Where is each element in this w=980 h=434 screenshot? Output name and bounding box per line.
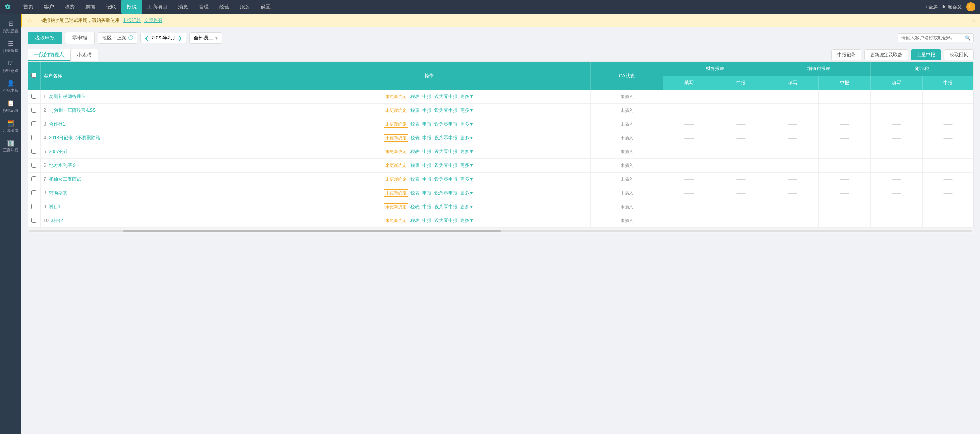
op-set-zero[interactable]: 设为零申报 [434,190,457,196]
nav-message[interactable]: 消息 [173,0,193,14]
op-more[interactable]: 更多▼ [460,108,474,113]
tab-small-scale[interactable]: 小规模 [70,49,98,61]
search-input[interactable] [901,35,962,41]
sidebar-item-tax-settings[interactable]: ⊞ 报税设置 [0,17,21,37]
buy-now-link[interactable]: 立即购买 [144,17,162,24]
retrieve-btn[interactable]: 收取回执 [944,49,974,60]
banner-close-icon[interactable]: ✕ [971,18,975,23]
nav-account[interactable]: 记账 [101,0,121,14]
op-tax-table[interactable]: 税表 [410,204,420,209]
nav-invoice[interactable]: 票据 [80,0,101,14]
department-selector[interactable]: 全部员工 ▾ [189,32,222,44]
sidebar-item-personal-tax[interactable]: 👤 个税申报 [0,77,21,96]
op-more[interactable]: 更多▼ [460,121,474,127]
scroll-bar[interactable] [28,228,974,233]
op-more[interactable]: 更多▼ [460,176,474,182]
nav-tax[interactable]: 报税 [121,0,142,14]
row-checkbox-7[interactable] [31,190,36,195]
row-client-name[interactable]: 杨仙女工资商试 [49,176,81,182]
nav-service[interactable]: 服务 [235,0,255,14]
prev-month-arrow[interactable]: ❮ [145,35,149,41]
row-checkbox-2[interactable] [31,121,36,126]
op-set-zero[interactable]: 设为零申报 [434,204,457,209]
op-set-zero[interactable]: 设为零申报 [434,218,457,223]
op-tax-table[interactable]: 税表 [410,94,420,99]
op-tax-table[interactable]: 税表 [410,135,420,140]
op-submit[interactable]: 申报 [422,149,431,154]
sidebar-item-tax-overview[interactable]: ☑ 报税总览 [0,57,21,77]
op-tax-table[interactable]: 税表 [410,163,420,168]
op-tax-table[interactable]: 税表 [410,108,420,113]
op-more[interactable]: 更多▼ [460,163,474,168]
nav-home[interactable]: 首页 [18,0,39,14]
op-more[interactable]: 更多▼ [460,149,474,154]
row-checkbox-3[interactable] [31,135,36,140]
op-more[interactable]: 更多▼ [460,204,474,209]
batch-submit-btn[interactable]: 批量申报 [911,49,941,60]
op-set-zero[interactable]: 设为零申报 [434,108,457,113]
sidebar-item-settlement[interactable]: 🧮 汇算清缴 [0,116,21,136]
sidebar-item-annual-report[interactable]: 🏢 工商年报 [0,136,21,156]
nav-client[interactable]: 客户 [39,0,59,14]
op-tax-table[interactable]: 税表 [410,190,420,196]
op-tax-table[interactable]: 税表 [410,176,420,182]
nav-settings[interactable]: 设置 [255,0,276,14]
search-icon[interactable]: 🔍 [965,35,970,41]
op-submit[interactable]: 申报 [422,204,431,209]
op-tax-table[interactable]: 税表 [410,149,420,154]
row-checkbox-5[interactable] [31,163,36,168]
op-more[interactable]: 更多▼ [460,190,474,196]
op-set-zero[interactable]: 设为零申报 [434,149,457,154]
record-btn[interactable]: 申报记录 [831,49,861,60]
row-checkbox-0[interactable] [31,94,36,99]
op-more[interactable]: 更多▼ [460,218,474,223]
row-checkbox-9[interactable] [31,218,36,223]
op-tax-table[interactable]: 税表 [410,121,420,127]
op-set-zero[interactable]: 设为零申报 [434,94,457,99]
report-summary-link[interactable]: 申报汇总 [122,17,141,24]
row-client-name[interactable]: 地方水利基金 [49,163,77,168]
op-tax-table[interactable]: 税表 [410,218,420,223]
op-submit[interactable]: 申报 [422,176,431,182]
row-checkbox-1[interactable] [31,108,36,113]
op-submit[interactable]: 申报 [422,94,431,99]
op-submit[interactable]: 申报 [422,108,431,113]
user-avatar[interactable]: U [966,2,975,11]
row-checkbox-4[interactable] [31,149,36,154]
tab-zero-declaration[interactable]: 零申报 [65,32,95,44]
op-set-zero[interactable]: 设为零申报 [434,163,457,168]
tab-tax-declaration[interactable]: 税款申报 [28,32,62,44]
nav-fee[interactable]: 收费 [59,0,80,14]
tab-general-taxpayer[interactable]: 一般的纳税人 [28,49,70,61]
row-client-name[interactable]: 科目1 [49,204,61,209]
row-checkbox-8[interactable] [31,204,36,209]
nav-operation[interactable]: 经营 [214,0,235,14]
row-client-name[interactable]: 科目2 [51,218,63,223]
row-client-name[interactable]: 2007会计 [49,149,69,154]
op-submit[interactable]: 申报 [422,163,431,168]
nav-business[interactable]: 工商项目 [142,0,173,14]
row-checkbox-6[interactable] [31,176,36,181]
row-client-name[interactable]: （勿删）江西股宝-LSS [49,108,96,113]
fullscreen-btn[interactable]: □ 全屏 [924,4,938,10]
op-set-zero[interactable]: 设为零申报 [434,135,457,140]
op-more[interactable]: 更多▼ [460,135,474,140]
nav-manage[interactable]: 管理 [193,0,214,14]
op-set-zero[interactable]: 设为零申报 [434,121,457,127]
op-submit[interactable]: 申报 [422,135,431,140]
op-submit[interactable]: 申报 [422,121,431,127]
row-client-name[interactable]: 2013日记账（不要删除给… [49,135,105,140]
update-btn[interactable]: 更新统定及取数 [864,49,908,60]
op-set-zero[interactable]: 设为零申报 [434,176,457,182]
next-month-arrow[interactable]: ❯ [178,35,182,41]
row-client-name[interactable]: 合作社1 [49,121,65,127]
sidebar-item-batch-tax[interactable]: ☰ 批量报税 [0,37,21,57]
op-more[interactable]: 更多▼ [460,94,474,99]
row-client-name[interactable]: 辅助期初 [49,190,67,196]
region-selector[interactable]: 地区：上海 ⓘ [98,32,137,44]
select-all-checkbox[interactable] [31,73,36,78]
row-client-name[interactable]: 勿删新税网络通信 [49,94,86,99]
op-submit[interactable]: 申报 [422,218,431,223]
vip-btn[interactable]: ▶ 畅会员 [942,4,962,10]
op-submit[interactable]: 申报 [422,190,431,196]
